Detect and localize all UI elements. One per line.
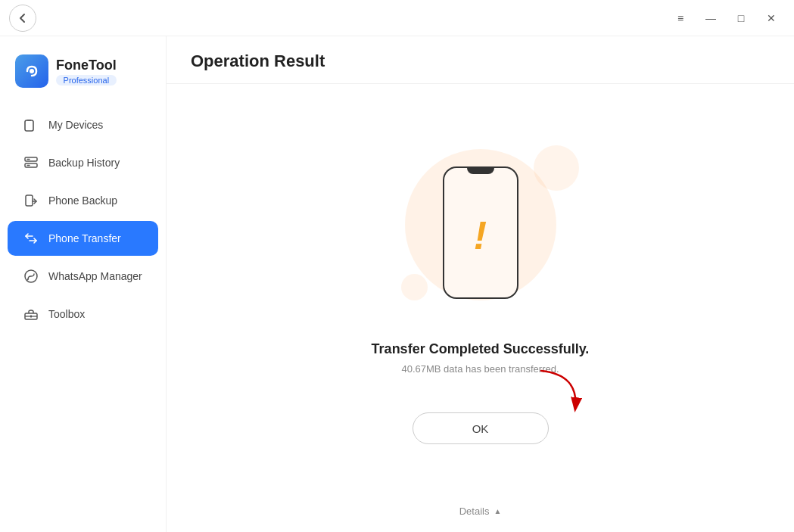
phone-frame: ! — [443, 166, 518, 299]
window-controls: ≡ — □ ✕ — [667, 5, 785, 32]
main-layout: FoneTool Professional My Devices — [0, 36, 794, 532]
sidebar-item-phone-transfer[interactable]: Phone Transfer — [8, 221, 158, 256]
close-button[interactable]: ✕ — [758, 5, 785, 32]
svg-rect-1 — [25, 120, 33, 131]
content-body: ! Transfer Completed Successfully. 40.67… — [167, 84, 794, 532]
app-logo: FoneTool Professional — [0, 48, 166, 106]
sidebar-item-phone-backup[interactable]: Phone Backup — [8, 183, 158, 218]
illustration-wrapper: ! — [360, 142, 602, 323]
content-area: Operation Result ! Transfer Completed Su… — [167, 36, 794, 532]
sidebar-item-whatsapp-manager[interactable]: WhatsApp Manager — [8, 259, 158, 294]
title-bar: ≡ — □ ✕ — [0, 0, 794, 36]
svg-rect-7 — [26, 195, 33, 206]
sidebar-item-label: Toolbox — [48, 308, 85, 320]
maximize-button[interactable]: □ — [727, 5, 755, 32]
svg-rect-14 — [30, 316, 32, 318]
sidebar: FoneTool Professional My Devices — [0, 36, 167, 532]
app-name: FoneTool — [56, 58, 117, 73]
logo-icon — [15, 54, 48, 88]
svg-point-0 — [30, 69, 34, 73]
details-label: Details — [459, 506, 490, 517]
whatsapp-icon — [23, 268, 39, 285]
ok-button[interactable]: OK — [413, 412, 549, 444]
sidebar-item-label: Phone Backup — [48, 194, 117, 207]
bg-circle-small-left — [401, 274, 428, 300]
sidebar-item-toolbox[interactable]: Toolbox — [8, 297, 158, 331]
title-bar-left — [9, 5, 36, 32]
sidebar-item-label: WhatsApp Manager — [48, 270, 142, 282]
bg-circle-small-right — [534, 145, 579, 191]
back-button[interactable] — [9, 5, 36, 32]
backup-icon — [23, 192, 39, 209]
sidebar-item-my-devices[interactable]: My Devices — [8, 107, 158, 142]
svg-rect-2 — [27, 120, 31, 121]
content-header: Operation Result — [167, 36, 794, 84]
minimize-button[interactable]: — — [697, 5, 724, 32]
toolbox-icon — [23, 306, 39, 322]
logo-text: FoneTool Professional — [56, 58, 117, 86]
details-section[interactable]: Details ▲ — [459, 506, 502, 517]
app-badge: Professional — [56, 75, 117, 86]
menu-button[interactable]: ≡ — [667, 5, 694, 32]
phone-notch — [467, 168, 494, 174]
page-title: Operation Result — [191, 51, 770, 71]
phone-content: ! — [474, 174, 487, 297]
transfer-icon — [23, 230, 39, 247]
result-title: Transfer Completed Successfully. — [372, 341, 590, 357]
sidebar-item-label: Backup History — [48, 157, 120, 169]
history-icon — [23, 154, 39, 171]
exclamation-icon: ! — [474, 216, 487, 255]
device-icon — [23, 117, 39, 133]
details-arrow-icon: ▲ — [494, 507, 501, 515]
sidebar-item-backup-history[interactable]: Backup History — [8, 145, 158, 180]
sidebar-item-label: My Devices — [48, 119, 103, 131]
arrow-icon — [534, 367, 594, 420]
ok-section: OK — [413, 412, 549, 444]
sidebar-item-label: Phone Transfer — [48, 232, 121, 244]
